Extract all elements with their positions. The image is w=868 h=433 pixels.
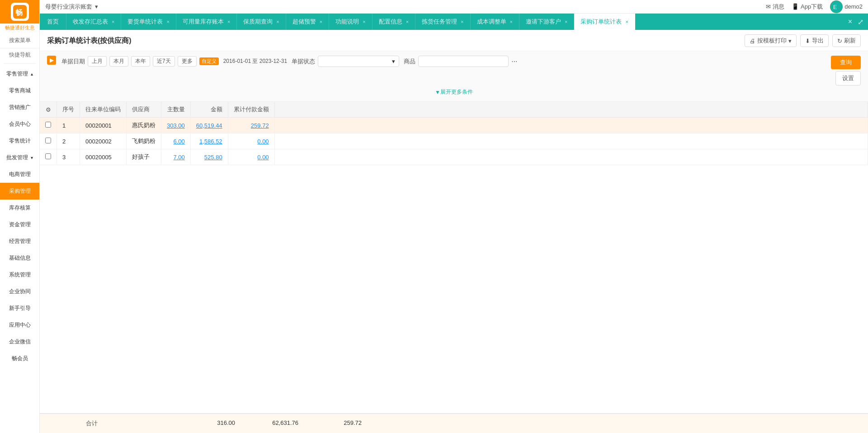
filter-goods-input[interactable]	[418, 56, 509, 67]
close-icon-10[interactable]: ×	[565, 19, 567, 24]
tab-validity-query[interactable]: 保质期查询 ×	[237, 14, 286, 30]
table-header-settings[interactable]: ⚙	[40, 102, 57, 118]
sidebar-quick-nav[interactable]: 快捷导航	[0, 48, 39, 62]
sidebar-item-ops-mgmt[interactable]: 经营管理	[0, 233, 39, 250]
close-icon-9[interactable]: ×	[510, 19, 513, 24]
filter-date-last-month[interactable]: 上月	[88, 56, 107, 67]
sidebar-item-member-center[interactable]: 会员中心	[0, 116, 39, 133]
sidebar-item-basic-info[interactable]: 基础信息	[0, 250, 39, 266]
sidebar-item-ecommerce-mgmt[interactable]: 电商管理	[0, 166, 39, 183]
tab-expand-button[interactable]: ⤢	[855, 18, 866, 26]
sidebar-item-sys-mgmt[interactable]: 系统管理	[0, 266, 39, 283]
close-icon-8[interactable]: ×	[461, 19, 463, 24]
footer-summary: 合计 316.00 62,631.76 259.72	[45, 418, 863, 429]
sidebar-item-enterprise-collab[interactable]: 企业协同	[0, 283, 39, 300]
tab-invite-downstream[interactable]: 邀请下游客户 ×	[519, 14, 574, 30]
page-content: 采购订单统计表(按供应商) 🖨 按模板打印 ▾ ⬇ 导出 ↻ 刷新	[40, 30, 868, 433]
footer-qty: 316.00	[181, 418, 244, 429]
filter-date-7days[interactable]: 近7天	[153, 56, 175, 67]
tab-home[interactable]: 首页	[40, 14, 66, 30]
filter-date-this-month[interactable]: 本月	[109, 56, 128, 67]
tab-receive-summary[interactable]: 收发存汇总表 ×	[66, 14, 121, 30]
data-table: ⚙ 序号 往来单位编码 供应商 主数量 金额 累计付款金额 1	[40, 102, 868, 165]
tab-close-all-button[interactable]: ×	[845, 18, 855, 26]
phone-icon: 📱	[792, 3, 799, 10]
close-icon-6[interactable]: ×	[363, 19, 365, 24]
row-2-paid[interactable]: 0.00	[228, 133, 274, 149]
filter-collapse-arrow[interactable]: ▶	[47, 56, 56, 65]
row-1-check[interactable]	[40, 118, 57, 133]
close-icon-11[interactable]: ×	[625, 19, 628, 24]
filter-status-select[interactable]: ▾	[318, 56, 399, 67]
row-2-check[interactable]	[40, 133, 57, 149]
row-1-qty[interactable]: 303.00	[161, 118, 191, 133]
filter-more-icon[interactable]: ···	[511, 57, 517, 66]
refresh-button[interactable]: ↻ 刷新	[832, 34, 861, 47]
app-download-button[interactable]: 📱 App下载	[792, 3, 823, 11]
tab-pick-task[interactable]: 拣货任务管理 ×	[415, 14, 470, 30]
table-container: ⚙ 序号 往来单位编码 供应商 主数量 金额 累计付款金额 1	[40, 102, 868, 413]
row-1-amount[interactable]: 60,519.44	[190, 118, 228, 133]
sidebar-item-inventory[interactable]: 库存核算	[0, 200, 39, 216]
message-icon: ✉	[766, 3, 771, 10]
message-button[interactable]: ✉ 消息	[766, 3, 784, 11]
filter-date-this-year[interactable]: 本年	[131, 56, 150, 67]
tab-overstock-warning[interactable]: 超储预警 ×	[286, 14, 329, 30]
expand-more-conditions[interactable]: ▼ 展开更多条件	[47, 86, 861, 97]
tab-function-desc[interactable]: 功能说明 ×	[329, 14, 372, 30]
filter-main-row: ▶ 单据日期 上月 本月 本年 近7天 更多 自定义 2016-01-01 至	[47, 56, 861, 86]
sidebar-item-wholesale-mgmt[interactable]: 批发管理 ▾	[0, 149, 39, 166]
tab-available-stock[interactable]: 可用量库存账本 ×	[176, 14, 237, 30]
sidebar-item-vip-member[interactable]: 畅会员	[0, 350, 39, 367]
row-3-amount[interactable]: 525.80	[190, 149, 228, 165]
filter-area: ▶ 单据日期 上月 本月 本年 近7天 更多 自定义 2016-01-01 至	[40, 51, 868, 102]
sidebar-item-enterprise-wechat[interactable]: 企业微信	[0, 333, 39, 350]
close-icon-4[interactable]: ×	[276, 19, 279, 24]
print-button[interactable]: 🖨 按模板打印 ▾	[745, 34, 797, 47]
row-2-supplier: 飞鹤奶粉	[127, 133, 161, 149]
row-2-checkbox[interactable]	[45, 138, 51, 143]
footer-paid: 259.72	[307, 418, 371, 429]
filter-date-label: 单据日期	[61, 57, 85, 66]
export-button[interactable]: ⬇ 导出	[800, 34, 829, 47]
close-icon-7[interactable]: ×	[406, 19, 409, 24]
sidebar-item-retail-store[interactable]: 零售商城	[0, 82, 39, 99]
filter-date-item: 单据日期 上月 本月 本年 近7天 更多 自定义	[61, 56, 219, 67]
row-1-paid[interactable]: 259.72	[228, 118, 274, 133]
filter-settings-button[interactable]: 设置	[835, 71, 861, 86]
print-icon: 🖨	[750, 38, 755, 44]
table-row: 1 00020001 惠氏奶粉 303.00 60,519.44 259.72	[40, 118, 868, 133]
user-profile-button[interactable]: E demo2	[830, 0, 863, 13]
close-icon-3[interactable]: ×	[227, 19, 230, 24]
sidebar-item-retail-stats[interactable]: 零售统计	[0, 133, 39, 149]
tab-config-info[interactable]: 配置信息 ×	[373, 14, 415, 30]
row-3-checkbox[interactable]	[45, 153, 51, 159]
sidebar-item-new-user-guide[interactable]: 新手引导	[0, 300, 39, 317]
query-button[interactable]: 查询	[831, 56, 861, 69]
sidebar-item-marketing[interactable]: 营销推广	[0, 99, 39, 116]
row-2-qty[interactable]: 6.00	[161, 133, 191, 149]
row-3-paid[interactable]: 0.00	[228, 149, 274, 165]
sidebar-divider-1	[4, 63, 36, 64]
sidebar-item-app-center[interactable]: 应用中心	[0, 317, 39, 333]
row-3-check[interactable]	[40, 149, 57, 165]
tab-requisition-summary[interactable]: 要货单统计表 ×	[121, 14, 176, 30]
print-label: 按模板打印	[757, 37, 787, 45]
row-3-qty[interactable]: 7.00	[161, 149, 191, 165]
sidebar-item-purchase-mgmt[interactable]: 采购管理	[0, 183, 39, 200]
row-1-checkbox[interactable]	[45, 122, 51, 128]
tab-cost-adjust[interactable]: 成本调整单 ×	[471, 14, 519, 30]
close-icon[interactable]: ×	[112, 19, 114, 24]
row-2-amount[interactable]: 1,586.52	[190, 133, 228, 149]
sidebar-item-retail-mgmt[interactable]: 零售管理 ▴	[0, 66, 39, 82]
tab-receive-summary-label: 收发存汇总表	[73, 18, 108, 26]
sidebar-search-menu[interactable]: 搜索菜单	[0, 33, 39, 48]
close-icon-2[interactable]: ×	[166, 19, 169, 24]
sidebar-item-finance-mgmt[interactable]: 资金管理	[0, 216, 39, 233]
close-icon-5[interactable]: ×	[320, 19, 322, 24]
tab-purchase-summary[interactable]: 采购订单统计表 ×	[574, 14, 635, 30]
expand-more-icon: ▼	[435, 89, 440, 95]
filter-date-more[interactable]: 更多	[178, 56, 197, 67]
table-header-code: 往来单位编码	[80, 102, 127, 118]
workspace-selector[interactable]: 母婴行业演示账套 ▾	[45, 3, 98, 11]
